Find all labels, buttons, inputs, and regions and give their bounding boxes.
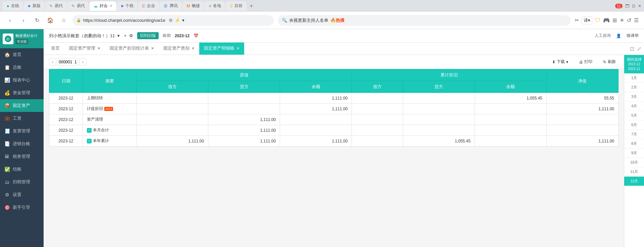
tab-asset-ledger-close[interactable]: ✕ [236, 46, 239, 51]
sidebar-item-finance[interactable]: 💰 资金管理 [0, 86, 44, 99]
fullscreen-icon[interactable]: ⤢ [637, 46, 641, 52]
window-control-min[interactable]: 🗖 [625, 4, 629, 8]
translate-icon[interactable]: 译▾ [582, 16, 592, 24]
new-tab-button[interactable]: + [247, 2, 255, 10]
period-6[interactable]: 6月 [624, 120, 644, 130]
scissors-icon[interactable]: ✂ [575, 17, 579, 23]
sidebar-item-invoice[interactable]: 🧾 发票管理 [0, 125, 44, 137]
tab-close-haokuai[interactable]: ✕ [110, 4, 112, 8]
menu-icon[interactable]: ☰ [634, 17, 639, 23]
tab-fixed-asset-mgmt[interactable]: 固定资产管理 ✕ [64, 43, 105, 55]
tab-fixed-asset-mgmt-close[interactable]: ✕ [97, 46, 100, 51]
cell-accum-debit-3 [352, 125, 403, 136]
sidebar-item-guide[interactable]: 🎯 新手引导 [0, 201, 44, 214]
shield-icon[interactable]: 🛡 [595, 17, 600, 23]
search-bar[interactable]: 🔍 央视更新主持人名单 🔥热搜 [278, 15, 571, 26]
download-btn[interactable]: ⬇ 下载 ▾ [549, 58, 571, 66]
period-1[interactable]: 1月 [624, 73, 644, 83]
cell-net-value-0: 55.55 [546, 93, 618, 104]
sidebar-item-archive[interactable]: 🗂 归档管理 [0, 176, 44, 188]
period-12[interactable]: 12月 [624, 177, 644, 186]
sidebar-item-home[interactable]: 🏠 首页 [0, 48, 44, 61]
th-orig-debit: 借方 [137, 81, 208, 93]
cell-accum-credit-4: 1,055.45 [403, 136, 475, 146]
next-page-btn[interactable]: › [79, 58, 87, 66]
prev-page-btn[interactable]: ‹ [49, 58, 56, 66]
sidebar-label-home: 首页 [13, 52, 21, 58]
tab-tencent[interactable]: 企 腾讯 [160, 1, 182, 11]
tab-yidai2[interactable]: ✎ 易代 [67, 1, 89, 11]
settings-account-btn[interactable]: ⚙ [129, 33, 133, 38]
sidebar-label-archive: 归档管理 [13, 179, 30, 185]
game-icon[interactable]: 🎮 [603, 17, 610, 23]
period-10[interactable]: 10月 [624, 158, 644, 167]
customer-service-btn[interactable]: 人工咨询 [595, 33, 611, 39]
download-dropdown[interactable]: ▾ [566, 60, 568, 64]
window-control-close[interactable]: ✕ [638, 4, 641, 8]
window-control-max[interactable]: ⊡ [632, 4, 635, 8]
history-icon[interactable]: ↺ [627, 17, 631, 23]
add-account-btn[interactable]: + [124, 33, 126, 38]
th-date: 日期 [49, 69, 83, 93]
tab-depreciation-stats-close[interactable]: ✕ [151, 46, 154, 51]
restore-icon[interactable]: ⊡ [630, 46, 634, 52]
sidebar-item-sales[interactable]: 📑 进销台账 [0, 137, 44, 150]
table-row: 2023-12 +本月合计 1,111.00 [49, 125, 619, 136]
period-4[interactable]: 4月 [624, 102, 644, 111]
dropdown-icon[interactable]: ▾ [182, 18, 184, 23]
tab-gedi[interactable]: ≡ 各地 [205, 1, 225, 11]
sun-icon[interactable]: ☀ [620, 17, 624, 23]
sidebar-item-ledger[interactable]: 📋 总账 [0, 61, 44, 74]
sidebar-item-settings[interactable]: ⚙ 设置 [0, 188, 44, 201]
tab-haokuai[interactable]: ☁ 好会 ✕ [90, 1, 116, 11]
cell-orig-credit-4: 1,111.00 [208, 136, 280, 146]
page-input[interactable] [58, 58, 78, 66]
user-avatar[interactable]: 👤 [616, 34, 621, 38]
switch-version-btn[interactable]: 切到旧版 [137, 32, 159, 39]
guide-icon: 🎯 [4, 205, 10, 210]
print-btn[interactable]: 🖨 打印 [576, 58, 595, 66]
tab-online[interactable]: ● 在线 [3, 1, 23, 11]
bookmark-button[interactable]: ☆ [59, 16, 68, 25]
tab-asset-category-close[interactable]: ✕ [192, 46, 195, 51]
tab-yidai1[interactable]: ✎ 易代 [45, 1, 67, 11]
period-9[interactable]: 9月 [624, 148, 644, 158]
cell-net-value-2 [546, 114, 618, 125]
tab-changjie[interactable]: M 畅捷 [182, 1, 204, 11]
content-area: ‹ › ⬇ 下载 ▾ 🖨 打印 [44, 55, 644, 247]
period-8[interactable]: 8月 [624, 139, 644, 148]
th-accumulated-depreciation: 累计折旧 [352, 69, 546, 81]
sidebar-item-reports[interactable]: 📊 报表中心 [0, 74, 44, 86]
period-2[interactable]: 2月 [624, 83, 644, 92]
cell-orig-credit-3: 1,111.00 [208, 125, 280, 136]
tab-gesui[interactable]: ■ 个税 [117, 1, 138, 11]
dropdown-arrow[interactable]: ▾ [117, 33, 120, 38]
sidebar-item-fixed-assets[interactable]: 📦 固定资产 [0, 99, 44, 112]
tab-new[interactable]: ■ 新版 [24, 1, 44, 11]
cell-accum-balance-2 [475, 114, 546, 125]
tab-qiye[interactable]: C 企业 [138, 1, 159, 11]
period-7[interactable]: 7月 [624, 130, 644, 139]
tab-depreciation-stats[interactable]: 固定资产折旧统计表 ✕ [105, 43, 159, 55]
reload-button[interactable]: ↻ [32, 16, 42, 25]
sidebar-item-closing[interactable]: ✅ 结账 [0, 163, 44, 176]
back-button[interactable]: ‹ [5, 16, 15, 25]
tab-asset-ledger[interactable]: 固定资产明细账 ✕ [199, 43, 244, 55]
sidebar-item-tax[interactable]: 🏛 税务管理 [0, 150, 44, 163]
home-button[interactable]: 🏠 [46, 16, 55, 25]
browser-tab-bar: ● 在线 ■ 新版 ✎ 易代 ✎ 易代 ☁ 好会 ✕ ■ 个税 C 企业 企 腾… [0, 0, 644, 12]
refresh-btn[interactable]: ↻ 刷新 [600, 58, 619, 66]
sidebar-item-payroll[interactable]: 💼 工资 [0, 112, 44, 125]
period-3[interactable]: 3月 [624, 92, 644, 102]
period-11[interactable]: 11月 [624, 167, 644, 177]
grid-icon[interactable]: ⊞ [612, 17, 617, 23]
calendar-icon[interactable]: 📅 [194, 34, 199, 38]
logo-text-container: 畅捷通好会计 专业版 [15, 33, 38, 44]
print-icon: 🖨 [579, 60, 583, 64]
forward-button[interactable]: › [19, 16, 28, 25]
tab-mubiao[interactable]: S 目前 [226, 1, 247, 11]
url-bar[interactable]: 🔒 https://cloud.chanjet.com/accounting/u… [72, 15, 274, 26]
period-5[interactable]: 5月 [624, 111, 644, 120]
tab-homepage[interactable]: 首页 [46, 43, 64, 55]
tab-asset-category[interactable]: 固定资产类别 ✕ [159, 43, 199, 55]
